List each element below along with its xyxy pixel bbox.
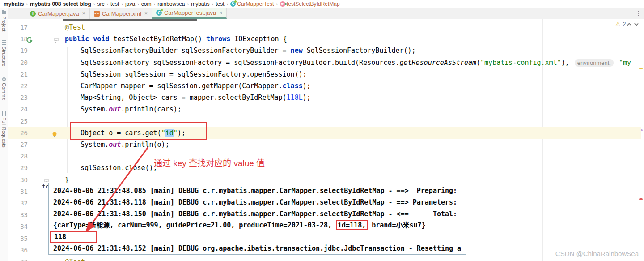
tab-CarMapperTest.java[interactable]: CCarMapperTest.java× — [152, 8, 227, 19]
code-line-21[interactable]: 21SqlSession sqlSession = sqlSessionFact… — [8, 68, 641, 80]
console-text: brand=小米su7} — [368, 221, 425, 229]
warning-icon: ⚠ — [615, 21, 620, 27]
breadcrumb-item-rainbowsea[interactable]: rainbowsea — [157, 1, 185, 7]
code-line-27[interactable]: 27System.out.println(o); — [8, 139, 641, 150]
stripe-item-structure[interactable]: Structure — [0, 40, 8, 67]
code-line-28[interactable]: 28 — [8, 150, 641, 162]
breadcrumb-label: com — [141, 1, 152, 7]
tab-CarMapper.java[interactable]: ICarMapper.java× — [26, 8, 90, 19]
line-number: 34 — [12, 221, 28, 232]
code-segment: CarMapper mapper = sqlSession.getMapper(… — [80, 82, 283, 90]
line-number: 37 — [12, 256, 28, 261]
tab-close-icon[interactable]: × — [144, 10, 148, 17]
code-segment: new — [291, 47, 303, 55]
code-text: SqlSessionFactory sqlSessionFactory = sq… — [80, 57, 631, 69]
line-number: 17 — [12, 21, 28, 33]
breadcrumb-label: test — [216, 1, 224, 7]
breadcrumb-item-com[interactable]: com — [141, 1, 152, 7]
breadcrumb-item-mybatis-008-select-blog[interactable]: mybatis-008-select-blog — [30, 1, 91, 7]
code-text: @Test — [65, 256, 85, 261]
code-segment: out — [109, 105, 121, 113]
line-number: 28 — [12, 150, 28, 162]
line-number: 20 — [12, 57, 28, 68]
breadcrumb-item-testSelectByIdRetMap[interactable]: mtestSelectByIdRetMap — [280, 1, 340, 7]
xml-icon: <> — [94, 11, 100, 17]
inspection-widget[interactable]: ⚠ 2 — [615, 21, 637, 27]
code-text: public void testSelectByIdRetMap() throw… — [65, 33, 287, 45]
code-text: CarMapper mapper = sqlSession.getMapper(… — [80, 80, 311, 92]
code-segment: public — [65, 35, 89, 43]
clipped-line-fragment — [63, 19, 197, 21]
line-number: 32 — [12, 197, 28, 209]
breadcrumb-separator: › — [137, 1, 139, 7]
tab-close-icon[interactable]: × — [219, 10, 222, 16]
tab-CarMapper.xml[interactable]: <>CarMapper.xml× — [90, 8, 152, 19]
code-line-18[interactable]: 18public void testSelectByIdRetMap() thr… — [8, 33, 641, 45]
breadcrumb-label: src — [97, 1, 104, 7]
code-segment: Map<String, Object> cars = mapper.select… — [80, 94, 287, 102]
code-segment: @Test — [65, 258, 85, 261]
prev-issue-icon[interactable] — [627, 22, 632, 27]
code-line-29[interactable]: 29sqlSession.close(); — [8, 162, 641, 174]
code-line-23[interactable]: 23Map<String, Object> cars = mapper.sele… — [8, 92, 641, 103]
red-box-result-value: 118 — [50, 231, 97, 243]
class-icon: C — [230, 1, 236, 7]
breadcrumb-item-mybatis[interactable]: mybatis — [191, 1, 209, 7]
code-line-20[interactable]: 20SqlSessionFactory sqlSessionFactory = … — [8, 57, 641, 68]
breadcrumb-item-java[interactable]: java — [125, 1, 135, 7]
code-segment: Object o = cars.get( — [80, 129, 161, 137]
line-number: 33 — [12, 209, 28, 221]
line-number: 21 — [12, 68, 28, 80]
stripe-item-commit[interactable]: Commit — [0, 77, 8, 100]
ide-window: mybatis›mybatis-008-select-blog›src›test… — [0, 0, 644, 261]
console-output-popup[interactable]: 2024-06-06 21:31:48.085 [main] DEBUG c.r… — [48, 183, 466, 255]
code-segment: IOException { — [230, 35, 287, 43]
line-number: 27 — [12, 139, 28, 150]
breadcrumb-item-mybatis[interactable]: mybatis — [4, 1, 24, 7]
breadcrumb-item-src[interactable]: src — [97, 1, 104, 7]
tab-label: CarMapperTest.java — [164, 9, 216, 16]
breadcrumb-separator: › — [212, 1, 214, 7]
red-box-id-value: id=118, — [336, 220, 368, 230]
code-segment: getResourceAsStream — [399, 59, 476, 67]
console-line-3: 2024-06-06 21:31:48.150 [main] DEBUG c.r… — [53, 209, 466, 220]
line-number: 35 — [12, 233, 28, 244]
line-number: 30 — [12, 174, 28, 186]
code-segment: environment: — [575, 59, 614, 67]
kebab-menu-icon[interactable]: ⋮ — [636, 10, 641, 17]
code-segment: System. — [80, 141, 109, 149]
code-line-22[interactable]: 22CarMapper mapper = sqlSession.getMappe… — [8, 80, 641, 92]
code-text: Object o = cars.get("id"); — [80, 127, 186, 139]
code-segment: ); — [303, 82, 311, 90]
breadcrumb-item-test[interactable]: test — [216, 1, 224, 7]
breadcrumb-item-CarMapperTest[interactable]: CCarMapperTest — [230, 1, 274, 7]
line-number: 25 — [12, 116, 28, 127]
line-number: 26 — [12, 127, 28, 139]
code-segment: class — [283, 82, 303, 90]
stripe-item-project[interactable]: Project — [0, 10, 8, 31]
code-line-17[interactable]: 17@Test — [8, 21, 641, 33]
line-number: 23 — [12, 92, 28, 103]
code-line-37[interactable]: 37@Test — [8, 256, 641, 261]
breadcrumb-separator: › — [227, 1, 229, 7]
code-line-24[interactable]: 24System.out.println(cars); — [8, 103, 641, 115]
code-text: sqlSession.close(); — [80, 162, 157, 174]
code-text: @Test — [65, 21, 85, 33]
code-segment: SqlSessionFactoryBuilder(); — [303, 47, 416, 55]
tab-close-icon[interactable]: × — [82, 10, 85, 17]
breadcrumb-label: java — [125, 1, 135, 7]
breadcrumb-item-test[interactable]: test — [110, 1, 119, 7]
code-line-26[interactable]: 26Object o = cars.get("id"); — [8, 127, 641, 139]
code-segment: SqlSession sqlSession = sqlSessionFactor… — [80, 70, 307, 78]
code-line-25[interactable]: 25 — [8, 116, 641, 127]
tab-label: CarMapper.java — [38, 10, 79, 17]
code-segment: id — [165, 129, 174, 137]
breadcrumb-separator: › — [187, 1, 189, 7]
line-number: 18 — [12, 33, 28, 45]
stripe-item-pull-requests[interactable]: Pull Requests — [0, 111, 8, 148]
code-segment: void — [93, 35, 109, 43]
code-segment: ); — [303, 94, 311, 102]
code-line-19[interactable]: 19SqlSessionFactoryBuilder sqlSessionFac… — [8, 45, 641, 56]
commit-icon — [2, 77, 6, 81]
breadcrumb-separator: › — [93, 1, 95, 7]
